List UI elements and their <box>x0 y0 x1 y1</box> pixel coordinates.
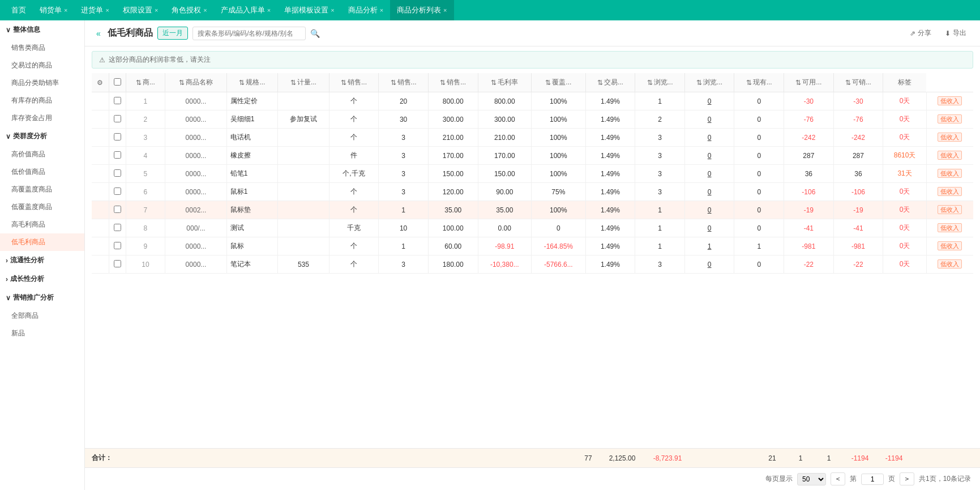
row-checkbox[interactable] <box>114 151 121 159</box>
nav-role-auth[interactable]: 角色授权 × <box>165 0 213 20</box>
cell-checkbox[interactable] <box>109 201 126 219</box>
th-name[interactable]: ⇅ 商品名称 <box>165 73 226 92</box>
nav-close-product-inbound[interactable]: × <box>267 7 271 14</box>
nav-product-analysis[interactable]: 商品分析 × <box>341 0 390 20</box>
sidebar-item-all-products[interactable]: 全部商品 <box>0 307 84 325</box>
cell-name[interactable]: 吴细细1 <box>226 110 278 129</box>
th-checkbox[interactable] <box>109 73 126 92</box>
sidebar-item-stock-capital[interactable]: 库存资金占用 <box>0 109 84 127</box>
nav-template-settings[interactable]: 单据模板设置 × <box>277 0 341 20</box>
share-button[interactable]: ⇗ 分享 <box>905 26 936 40</box>
sidebar-group-marketing[interactable]: ∨ 营销推广分析 <box>0 288 84 307</box>
sidebar-item-low-coverage[interactable]: 低覆盖度商品 <box>0 198 84 216</box>
cell-checkbox[interactable] <box>109 219 126 237</box>
th-current-stock[interactable]: ⇅ 现有... <box>734 73 784 92</box>
th-sellable-days[interactable]: ⇅ 可销... <box>833 73 883 92</box>
page-number-input[interactable] <box>861 474 884 485</box>
cell-name[interactable]: 属性定价 <box>226 92 278 110</box>
sidebar-item-new-products[interactable]: 新品 <box>0 325 84 342</box>
nav-permission-settings[interactable]: 权限设置 × <box>116 0 165 20</box>
cell-browse1[interactable]: 0 <box>684 183 734 201</box>
th-tag[interactable]: 标签 <box>883 73 927 92</box>
th-sales-qty[interactable]: ⇅ 销售... <box>329 73 379 92</box>
sidebar-item-in-stock[interactable]: 有库存的商品 <box>0 92 84 109</box>
th-sales-profit[interactable]: ⇅ 销售... <box>428 73 478 92</box>
sidebar-item-high-margin[interactable]: 高毛利商品 <box>0 216 84 233</box>
sidebar-item-low-margin[interactable]: 低毛利商品 <box>0 233 84 251</box>
th-coverage[interactable]: ⇅ 覆盖... <box>532 73 586 92</box>
sidebar-group-cluster[interactable]: ∨ 类群度分析 <box>0 127 84 146</box>
th-sales-amount[interactable]: ⇅ 销售... <box>379 73 429 92</box>
prev-page-btn[interactable]: ＜ <box>831 472 845 485</box>
search-button[interactable]: 🔍 <box>310 29 320 38</box>
nav-close-purchase-order[interactable]: × <box>105 7 109 14</box>
cell-checkbox[interactable] <box>109 110 126 129</box>
th-unit[interactable]: ⇅ 计量... <box>278 73 329 92</box>
cell-checkbox[interactable] <box>109 183 126 201</box>
th-browse1[interactable]: ⇅ 浏览... <box>635 73 685 92</box>
cell-checkbox[interactable] <box>109 255 126 274</box>
cell-checkbox[interactable] <box>109 165 126 183</box>
cell-name[interactable]: 铅笔1 <box>226 165 278 183</box>
th-gross-margin[interactable]: ⇅ 毛利率 <box>478 73 532 92</box>
th-trade-count[interactable]: ⇅ 交易... <box>585 73 635 92</box>
nav-close-sales-order[interactable]: × <box>64 7 67 14</box>
cell-name[interactable]: 测试 <box>226 219 278 237</box>
cell-checkbox[interactable] <box>109 92 126 110</box>
th-spec[interactable]: ⇅ 规格... <box>226 73 278 92</box>
row-checkbox[interactable] <box>114 260 121 267</box>
cell-browse1[interactable]: 0 <box>684 165 734 183</box>
row-checkbox[interactable] <box>114 97 121 104</box>
next-page-btn[interactable]: ＞ <box>900 472 914 485</box>
time-filter-btn[interactable]: 近一月 <box>157 27 188 40</box>
nav-close-product-analysis[interactable]: × <box>380 7 383 14</box>
nav-close-template[interactable]: × <box>331 7 334 14</box>
sidebar-item-category-rate[interactable]: 商品分类助销率 <box>0 74 84 92</box>
export-button[interactable]: ⬇ 导出 <box>940 26 971 40</box>
sidebar-group-growth[interactable]: › 成长性分析 <box>0 270 84 288</box>
cell-name[interactable]: 鼠标垫 <box>226 201 278 219</box>
nav-product-inbound[interactable]: 产成品入库单 × <box>214 0 277 20</box>
sidebar-item-low-value[interactable]: 低价值商品 <box>0 163 84 181</box>
sidebar-group-overall[interactable]: ∨ 整体信息 <box>0 20 84 39</box>
cell-browse1[interactable]: 0 <box>684 201 734 219</box>
row-checkbox[interactable] <box>114 115 121 122</box>
th-settings[interactable]: ⚙ <box>92 73 109 92</box>
cell-name[interactable]: 鼠标1 <box>226 183 278 201</box>
nav-sales-order[interactable]: 销货单 × <box>33 0 74 20</box>
cell-browse1[interactable]: 0 <box>684 110 734 129</box>
cell-checkbox[interactable] <box>109 147 126 165</box>
sidebar-item-sales-products[interactable]: 销售类商品 <box>0 39 84 57</box>
cell-name[interactable]: 笔记本 <box>226 255 278 274</box>
nav-close-role-auth[interactable]: × <box>203 7 207 14</box>
page-size-select[interactable]: 50 100 200 <box>797 473 826 485</box>
cell-browse1[interactable]: 0 <box>684 219 734 237</box>
row-checkbox[interactable] <box>114 169 121 177</box>
select-all-checkbox[interactable] <box>114 78 121 86</box>
cell-checkbox[interactable] <box>109 237 126 255</box>
sidebar-item-high-coverage[interactable]: 高覆盖度商品 <box>0 181 84 198</box>
cell-name[interactable]: 橡皮擦 <box>226 147 278 165</box>
cell-checkbox[interactable] <box>109 129 126 147</box>
nav-close-product-analysis-list[interactable]: × <box>443 7 447 14</box>
sidebar-item-high-value[interactable]: 高价值商品 <box>0 146 84 163</box>
cell-browse1[interactable]: 0 <box>684 92 734 110</box>
cell-browse1[interactable]: 0 <box>684 129 734 147</box>
nav-purchase-order[interactable]: 进货单 × <box>74 0 115 20</box>
row-checkbox[interactable] <box>114 188 121 195</box>
th-browse2[interactable]: ⇅ 浏览... <box>684 73 734 92</box>
sidebar-collapse-btn[interactable]: « <box>94 29 103 38</box>
cell-name[interactable]: 电话机 <box>226 129 278 147</box>
cell-browse1[interactable]: 0 <box>684 255 734 274</box>
cell-browse1[interactable]: 1 <box>684 237 734 255</box>
cell-name[interactable]: 鼠标 <box>226 237 278 255</box>
th-available-stock[interactable]: ⇅ 可用... <box>784 73 834 92</box>
row-checkbox[interactable] <box>114 224 121 231</box>
nav-close-permission[interactable]: × <box>155 7 158 14</box>
th-code[interactable]: ⇅ 商... <box>126 73 165 92</box>
nav-product-analysis-list[interactable]: 商品分析列表 × <box>390 0 453 20</box>
cell-browse1[interactable]: 0 <box>684 147 734 165</box>
search-input[interactable] <box>192 27 306 40</box>
row-checkbox[interactable] <box>114 206 121 213</box>
sidebar-item-traded-products[interactable]: 交易过的商品 <box>0 57 84 74</box>
